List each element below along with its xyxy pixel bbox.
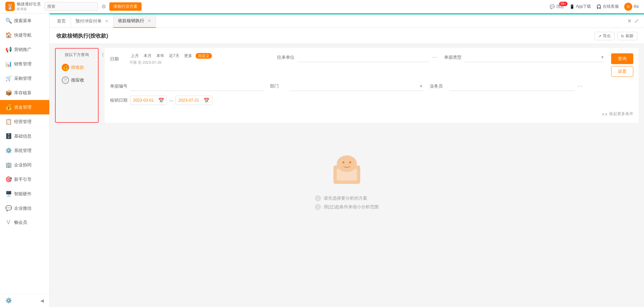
purchase-icon: 🛒 — [5, 75, 11, 82]
svg-point-2 — [337, 155, 357, 172]
sidebar-item-member[interactable]: V 畅会员 — [0, 215, 49, 229]
tab-actions: ✕ ⤢ — [627, 18, 641, 24]
verify-date-range: 2023-03-01 📅 — 2023-07-21 📅 — [130, 96, 212, 105]
gear-icon[interactable]: ⚙ — [101, 3, 106, 10]
tab-home[interactable]: 首页 — [52, 14, 71, 28]
salesperson-input[interactable] — [449, 84, 575, 89]
svg-point-4 — [349, 161, 351, 163]
member-icon: V — [5, 219, 11, 225]
filter-salesperson-field: 业务员 ··· — [430, 82, 583, 91]
filter-doctype-field: 单据类型 ▼ — [444, 53, 604, 62]
brand-logo: 🐰 — [5, 2, 15, 11]
basic-icon: 🗄️ — [5, 133, 11, 139]
filter-option-by-collection[interactable]: 💰 按收款 — [58, 61, 95, 74]
verify-date-end-input[interactable]: 2023-07-21 📅 — [175, 96, 212, 105]
chevron-left-icon: 《 — [99, 52, 104, 58]
app-download-button[interactable]: 📱 App下载 — [570, 4, 591, 9]
tab-collection[interactable]: 收款核销执行 ✕ — [113, 14, 156, 28]
guide-icon: 🎯 — [5, 176, 11, 183]
verify-date-start-input[interactable]: 2023-03-01 📅 — [130, 96, 167, 105]
sidebar-item-hardware[interactable]: 🖥️ 智能硬件 — [0, 187, 49, 201]
sidebar-item-marketing[interactable]: 📢 营销推广 — [0, 42, 49, 57]
sidebar-item-system[interactable]: ⚙️ 系统管理 — [0, 143, 49, 158]
tab-close-collection[interactable]: ✕ — [148, 18, 151, 23]
setting-button[interactable]: 设置 — [611, 66, 633, 77]
tab-expand-icon[interactable]: ⤢ — [634, 18, 639, 24]
solution-button[interactable]: 体验行业方案 — [109, 2, 142, 11]
date-custom-badge[interactable]: 自定义 — [196, 53, 212, 59]
sidebar-item-search[interactable]: 🔍 搜索菜单 — [0, 13, 49, 28]
dept-label: 部门 — [270, 83, 287, 89]
collection-icon: 💰 — [62, 64, 69, 71]
sidebar-item-enterprise[interactable]: 🏢 企业协同 — [0, 158, 49, 172]
sidebar-item-sales[interactable]: 📊 销售管理 — [0, 57, 49, 71]
date-quick-links: 上月 本月 本年 近7天 更多 自定义 — [129, 53, 212, 59]
filter-collapse-button[interactable]: 《 — [99, 48, 105, 123]
search-icon: 🔍 — [5, 17, 11, 24]
query-button[interactable]: 查询 — [611, 53, 633, 64]
filter-counterpart-field: 往来单位 ··· — [277, 53, 437, 62]
tab-window-close-icon[interactable]: ✕ — [627, 18, 632, 24]
sidebar-item-inventory[interactable]: 📦 库存核算 — [0, 86, 49, 100]
export-icon: ↗ — [598, 34, 601, 39]
counterpart-dots[interactable]: ··· — [432, 54, 437, 60]
filter-sidebar: 按以下方查询 💰 按收款 ⏱ 按应收 — [55, 48, 99, 123]
sidebar-label-purchase: 采购管理 — [14, 75, 32, 82]
sidebar-item-purchase[interactable]: 🛒 采购管理 — [0, 71, 49, 86]
filter-row-2: 单据编号 部门 ▼ — [110, 82, 633, 91]
content-area: 首页 预付冲应付单 ✕ 收款核销执行 ✕ ✕ ⤢ 收款核销执行(按收款) — [50, 13, 644, 307]
empty-step-2: 2 用[过滤]条件来缩小分析范围 — [315, 204, 378, 210]
user-name: Rit — [634, 4, 639, 9]
filter-option-by-receivable[interactable]: ⏱ 按应收 — [58, 74, 95, 87]
filter-action-buttons: 查询 设置 — [611, 53, 633, 77]
sidebar-collapse-icon[interactable]: ◀ — [40, 298, 44, 303]
user-menu[interactable]: R Rit — [624, 3, 639, 11]
sidebar-item-wechat[interactable]: 💬 企业微信 — [0, 201, 49, 215]
counterpart-input[interactable] — [297, 55, 429, 60]
filter-row-1: 日期 上月 本月 本年 近7天 更多 自定义 不限 至 — [110, 53, 633, 77]
sidebar-item-basic[interactable]: 🗄️ 基础信息 — [0, 129, 49, 143]
docno-input[interactable] — [130, 84, 263, 89]
tab-prepay[interactable]: 预付冲应付单 ✕ — [71, 14, 113, 28]
message-button[interactable]: 💬 消息 99+ — [550, 4, 564, 9]
filter-sidebar-title: 按以下方查询 — [58, 52, 95, 58]
sidebar-label-enterprise: 企业协同 — [14, 162, 32, 168]
avatar: R — [624, 3, 632, 11]
sidebar-item-finance[interactable]: 💰 资金管理 — [0, 100, 49, 114]
sidebar-label-search: 搜索菜单 — [14, 18, 32, 24]
top-bar-right: 💬 消息 99+ 📱 App下载 🎧 在线客服 R Rit — [550, 3, 639, 11]
wechat-icon: 💬 — [5, 205, 11, 211]
page-title: 收款核销执行(按收款) — [56, 33, 108, 40]
export-button[interactable]: ↗ 导出 — [594, 32, 614, 40]
tab-bar: 首页 预付冲应付单 ✕ 收款核销执行 ✕ ✕ ⤢ — [50, 14, 644, 28]
collapse-more-button[interactable]: ∧∧ 收起更多条件 — [110, 110, 633, 118]
salesperson-dots[interactable]: ··· — [578, 83, 583, 89]
date-7days[interactable]: 近7天 — [168, 53, 181, 59]
sidebar-label-finance: 资金管理 — [14, 104, 32, 110]
dept-input[interactable] — [289, 84, 419, 89]
empty-illustration — [327, 154, 367, 187]
sidebar-item-quick[interactable]: 🏠 快捷导航 — [0, 28, 49, 42]
tab-close-prepay[interactable]: ✕ — [105, 19, 108, 23]
hardware-icon: 🖥️ — [5, 191, 11, 197]
sidebar-item-guide[interactable]: 🎯 新手引导 — [0, 172, 49, 187]
doctype-input[interactable] — [464, 55, 600, 60]
marketing-icon: 📢 — [5, 46, 11, 53]
date-this-month[interactable]: 本月 — [142, 53, 153, 59]
empty-step-2-text: 用[过滤]条件来缩小分析范围 — [324, 204, 378, 210]
date-more[interactable]: 更多 — [183, 53, 194, 59]
refresh-icon: ↻ — [621, 34, 624, 39]
date-last-month[interactable]: 上月 — [129, 53, 140, 59]
sidebar-label-inventory: 库存核算 — [14, 90, 32, 96]
refresh-button[interactable]: ↻ 刷新 — [617, 32, 637, 40]
page-header-actions: ↗ 导出 ↻ 刷新 — [594, 32, 637, 40]
top-search-input[interactable] — [44, 2, 98, 11]
sidebar-item-operations[interactable]: 📋 经营管理 — [0, 114, 49, 129]
sidebar-label-guide: 新手引导 — [14, 176, 32, 183]
sidebar-bottom: ⚙️ ◀ — [0, 294, 49, 307]
online-service-button[interactable]: 🎧 在线客服 — [596, 4, 619, 9]
date-this-year[interactable]: 本年 — [155, 53, 166, 59]
brand-name: 畅捷通好生意 — [17, 2, 41, 6]
sidebar-settings-icon[interactable]: ⚙️ — [5, 297, 12, 304]
sidebar-label-wechat: 企业微信 — [14, 205, 32, 211]
